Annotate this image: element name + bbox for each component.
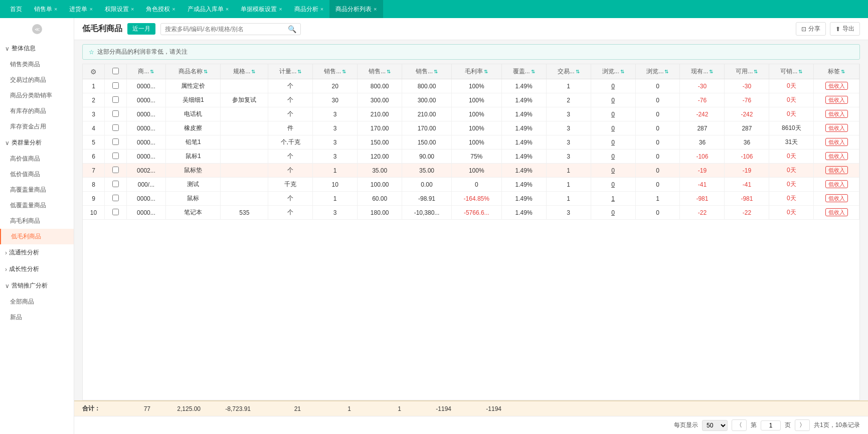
col-tag[interactable]: 标签⇅	[814, 64, 859, 79]
sidebar-group-growth[interactable]: › 成长性分析	[0, 261, 74, 277]
nav-sales[interactable]: 销售单 ×	[28, 0, 63, 18]
row-browse1[interactable]: 0	[591, 150, 635, 164]
row-browse1[interactable]: 0	[591, 79, 635, 93]
row-checkbox[interactable]	[105, 121, 127, 135]
settings-icon[interactable]: ⚙	[90, 68, 97, 76]
sidebar-item-stocked-goods[interactable]: 有库存的商品	[0, 103, 74, 119]
col-stock[interactable]: 现有...⇅	[680, 64, 725, 79]
col-name[interactable]: 商品名称⇅	[166, 64, 221, 79]
arrow-icon-2: ∨	[5, 139, 10, 147]
col-trade[interactable]: 交易...⇅	[546, 64, 591, 79]
per-page-select[interactable]: 50 20 100	[702, 420, 728, 431]
col-unit[interactable]: 计量...⇅	[268, 64, 313, 79]
col-browse1[interactable]: 浏览...⇅	[591, 64, 635, 79]
row-browse1[interactable]: 0	[591, 107, 635, 121]
row-checkbox[interactable]	[105, 192, 127, 206]
sort-icon-9: ⇅	[531, 69, 535, 74]
col-saleable[interactable]: 可销...⇅	[769, 64, 814, 79]
page-number-input[interactable]	[761, 420, 781, 430]
col-spec[interactable]: 规格...⇅	[221, 64, 268, 79]
row-browse1[interactable]: 1	[591, 192, 635, 206]
row-tag: 低收入	[814, 164, 859, 178]
close-product-entry-tab[interactable]: ×	[226, 6, 229, 12]
data-table: ⚙ 商...⇅ 商品名称⇅ 规格...⇅ 计量...⇅ 销售...⇅ 销售...…	[83, 64, 859, 220]
col-browse2[interactable]: 浏览...⇅	[635, 64, 680, 79]
sidebar-item-high-value[interactable]: 高价值商品	[0, 151, 74, 167]
sidebar-item-traded-goods[interactable]: 交易过的商品	[0, 72, 74, 88]
close-sales-tab[interactable]: ×	[54, 6, 57, 12]
close-template-tab[interactable]: ×	[279, 6, 282, 12]
sidebar-item-low-value[interactable]: 低价值商品	[0, 167, 74, 182]
pagination: 每页显示 50 20 100 〈 第 页 〉 共1页，10条记录	[74, 416, 868, 434]
nav-goods-analysis-list[interactable]: 商品分析列表 ×	[329, 0, 383, 18]
row-checkbox[interactable]	[105, 135, 127, 150]
row-browse1[interactable]: 0	[591, 93, 635, 107]
row-code: 0000...	[126, 93, 165, 107]
sidebar-item-sales-goods[interactable]: 销售类商品	[0, 57, 74, 72]
date-filter-button[interactable]: 近一月	[127, 23, 155, 35]
row-avail: -22	[725, 206, 769, 220]
row-checkbox[interactable]	[105, 79, 127, 93]
col-checkbox[interactable]	[105, 64, 127, 79]
nav-purchase[interactable]: 进货单 ×	[63, 0, 98, 18]
row-browse1[interactable]: 0	[591, 178, 635, 192]
total-browse1: 1	[321, 405, 351, 412]
row-checkbox[interactable]	[105, 107, 127, 121]
next-page-button[interactable]: 〉	[795, 419, 810, 431]
row-cover: 1	[546, 79, 591, 93]
sort-icon-16: ⇅	[841, 69, 845, 74]
close-roles-tab[interactable]: ×	[172, 6, 175, 12]
col-cover[interactable]: 覆盖...⇅	[501, 64, 546, 79]
col-margin[interactable]: 毛利率⇅	[451, 64, 501, 79]
row-browse2: 0	[635, 150, 680, 164]
col-code[interactable]: 商...⇅	[126, 64, 165, 79]
sidebar-item-category-rate[interactable]: 商品分类助销率	[0, 88, 74, 103]
nav-template[interactable]: 单据模板设置 ×	[235, 0, 288, 18]
close-goods-list-tab[interactable]: ×	[374, 6, 377, 12]
share-button[interactable]: ⊡ 分享	[796, 22, 826, 36]
col-settings[interactable]: ⚙	[83, 64, 105, 79]
close-permissions-tab[interactable]: ×	[131, 6, 134, 12]
col-sale2[interactable]: 销售...⇅	[358, 64, 402, 79]
row-browse1[interactable]: 0	[591, 206, 635, 220]
sidebar-group-overall[interactable]: ∨ 整体信息	[0, 40, 74, 57]
sidebar-item-stock-capital[interactable]: 库存资金占用	[0, 119, 74, 134]
row-checkbox[interactable]	[105, 164, 127, 178]
export-button[interactable]: ⬆ 导出	[830, 22, 860, 36]
sidebar-group-flow[interactable]: › 流通性分析	[0, 244, 74, 261]
nav-product-entry[interactable]: 产成品入库单 ×	[182, 0, 235, 18]
sidebar-group-marketing[interactable]: ∨ 营销推广分析	[0, 277, 74, 294]
sidebar-item-all-goods[interactable]: 全部商品	[0, 294, 74, 310]
col-avail[interactable]: 可用...⇅	[725, 64, 769, 79]
nav-permissions[interactable]: 权限设置 ×	[99, 0, 140, 18]
sidebar-collapse-button[interactable]: ≪	[32, 24, 42, 34]
nav-roles[interactable]: 角色授权 ×	[140, 0, 181, 18]
row-browse1[interactable]: 0	[591, 135, 635, 150]
close-goods-analysis-tab[interactable]: ×	[320, 6, 323, 12]
row-tag: 低收入	[814, 178, 859, 192]
nav-home[interactable]: 首页	[4, 0, 28, 18]
search-input[interactable]	[165, 26, 288, 33]
close-purchase-tab[interactable]: ×	[89, 6, 92, 12]
col-sale1[interactable]: 销售...⇅	[313, 64, 358, 79]
row-checkbox[interactable]	[105, 93, 127, 107]
row-cover: 3	[546, 107, 591, 121]
sidebar-group-cluster[interactable]: ∨ 类群量分析	[0, 134, 74, 151]
sidebar-item-high-coverage[interactable]: 高覆盖量商品	[0, 182, 74, 198]
search-icon[interactable]: 🔍	[288, 25, 296, 33]
row-checkbox[interactable]	[105, 178, 127, 192]
select-all-checkbox[interactable]	[112, 68, 119, 74]
col-sale3[interactable]: 销售...⇅	[402, 64, 452, 79]
row-browse1[interactable]: 0	[591, 121, 635, 135]
nav-goods-analysis[interactable]: 商品分析 ×	[288, 0, 329, 18]
row-checkbox[interactable]	[105, 150, 127, 164]
prev-page-button[interactable]: 〈	[732, 419, 747, 431]
data-table-container[interactable]: ⚙ 商...⇅ 商品名称⇅ 规格...⇅ 计量...⇅ 销售...⇅ 销售...…	[82, 64, 860, 400]
row-browse1[interactable]: 0	[591, 164, 635, 178]
sidebar-item-new-goods[interactable]: 新品	[0, 310, 74, 325]
sidebar-item-low-margin[interactable]: 低毛利商品	[0, 229, 74, 244]
sidebar-item-low-coverage[interactable]: 低覆盖量商品	[0, 198, 74, 213]
row-checkbox[interactable]	[105, 206, 127, 220]
sidebar-item-high-margin[interactable]: 高毛利商品	[0, 213, 74, 229]
row-no: 7	[83, 164, 105, 178]
